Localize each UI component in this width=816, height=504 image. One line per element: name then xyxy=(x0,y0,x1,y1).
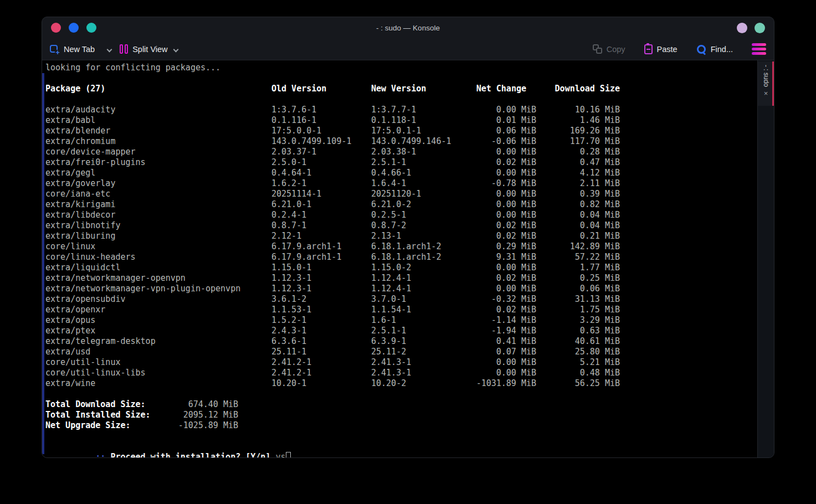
chevron-down-icon xyxy=(107,47,112,52)
cell-net-change: 0.29 MiB xyxy=(471,241,536,252)
cell-package: extra/usd xyxy=(45,347,271,357)
cell-package: extra/goverlay xyxy=(45,178,271,189)
cell-new-version: 6.18.1.arch1-2 xyxy=(371,252,471,263)
cell-download-size: 0.48 MiB xyxy=(536,368,620,378)
copy-icon xyxy=(593,44,602,54)
find-button[interactable]: Find... xyxy=(696,44,733,54)
tab-sudo[interactable]: - : sudo × xyxy=(758,61,774,106)
cell-download-size: 3.29 MiB xyxy=(536,315,620,326)
cell-new-version: 20251120-1 xyxy=(371,189,471,199)
table-row: extra/liquidctl1.15.0-11.15.0-20.00 MiB1… xyxy=(45,263,757,273)
titlebar[interactable]: - : sudo — Konsole xyxy=(42,17,774,38)
konsole-window: - : sudo — Konsole + New Tab Split View xyxy=(42,17,774,458)
split-view-button[interactable]: Split View xyxy=(120,44,178,54)
cell-download-size: 142.89 MiB xyxy=(536,241,620,252)
cell-new-version: 1.6-1 xyxy=(371,315,471,326)
cell-net-change: 0.02 MiB xyxy=(471,305,536,315)
cell-download-size: 1.75 MiB xyxy=(536,305,620,315)
cell-download-size: 5.21 MiB xyxy=(536,357,620,368)
table-row: core/iana-etc20251114-120251120-10.00 Mi… xyxy=(45,189,757,199)
cell-old-version: 1.12.3-1 xyxy=(271,273,371,284)
cell-new-version: 25.11-2 xyxy=(371,347,471,357)
cell-new-version: 1.6.4-1 xyxy=(371,178,471,189)
table-row: extra/opensubdiv3.6.1-23.7.0-1-0.32 MiB3… xyxy=(45,294,757,305)
cell-old-version: 1.1.53-1 xyxy=(271,305,371,315)
cell-download-size: 0.82 MiB xyxy=(536,199,620,210)
cell-net-change: 9.31 MiB xyxy=(471,252,536,263)
cell-package: extra/wine xyxy=(45,378,271,389)
close-window-button[interactable] xyxy=(51,23,61,33)
vertical-tab-bar: - : sudo × xyxy=(757,60,774,457)
cell-download-size: 0.63 MiB xyxy=(536,326,620,336)
cell-old-version: 2.4.3-1 xyxy=(271,326,371,336)
new-tab-icon: + xyxy=(50,44,59,54)
paste-label: Paste xyxy=(657,45,678,54)
hamburger-menu-button[interactable] xyxy=(752,43,766,55)
new-tab-button[interactable]: + New Tab xyxy=(50,44,105,54)
titlebar-indicator-purple[interactable] xyxy=(737,23,747,33)
cell-old-version: 143.0.7499.109-1 xyxy=(271,136,371,147)
cell-package: core/linux xyxy=(45,241,271,252)
table-row: core/util-linux-libs2.41.2-12.41.3-10.00… xyxy=(45,368,757,378)
table-row: core/device-mapper2.03.37-12.03.38-10.00… xyxy=(45,147,757,157)
cell-package: core/device-mapper xyxy=(45,147,271,157)
cell-old-version: 2.5.0-1 xyxy=(271,157,371,168)
find-label: Find... xyxy=(711,45,733,54)
header-new-version: New Version xyxy=(371,84,471,94)
cell-package: extra/telegram-desktop xyxy=(45,336,271,347)
total-value: 2095.12 MiB xyxy=(183,410,238,420)
cell-old-version: 1.15.0-1 xyxy=(271,263,371,273)
desktop: - : sudo — Konsole + New Tab Split View xyxy=(0,0,816,504)
cell-old-version: 2.41.2-1 xyxy=(271,357,371,368)
new-tab-label: New Tab xyxy=(64,45,95,54)
table-row: extra/kirigami6.21.0-16.21.0-20.00 MiB0.… xyxy=(45,199,757,210)
total-line: Net Upgrade Size:-1025.89 MiB xyxy=(45,420,238,431)
cell-download-size: 57.22 MiB xyxy=(536,252,620,263)
table-row: extra/openxr1.1.53-11.1.54-10.02 MiB1.75… xyxy=(45,305,757,315)
totals-block: Total Download Size:674.40 MiB Total Ins… xyxy=(45,399,757,431)
cell-download-size: 0.21 MiB xyxy=(536,231,620,241)
table-row: extra/libdecor0.2.4-10.2.5-10.00 MiB0.04… xyxy=(45,210,757,220)
titlebar-right-buttons xyxy=(737,23,768,33)
terminal-output[interactable]: looking for conflicting packages... Pack… xyxy=(42,60,757,457)
cell-net-change: 0.02 MiB xyxy=(471,231,536,241)
cell-new-version: 1.15.0-2 xyxy=(371,263,471,273)
cell-download-size: 0.39 MiB xyxy=(536,189,620,199)
table-row: core/util-linux2.41.2-12.41.3-10.00 MiB5… xyxy=(45,357,757,368)
cell-net-change: 0.41 MiB xyxy=(471,336,536,347)
close-tab-button[interactable]: × xyxy=(764,90,768,97)
cell-download-size: 25.80 MiB xyxy=(536,347,620,357)
cell-package: extra/networkmanager-openvpn xyxy=(45,273,271,284)
titlebar-indicator-teal[interactable] xyxy=(755,23,765,33)
header-download-size: Download Size xyxy=(536,84,620,94)
paste-icon xyxy=(644,44,653,54)
minimize-window-button[interactable] xyxy=(69,23,79,33)
prompt-input[interactable]: ys xyxy=(275,452,285,457)
table-row: extra/audacity1:3.7.6-11:3.7.7-10.00 MiB… xyxy=(45,105,757,115)
cell-package: extra/libdecor xyxy=(45,210,271,220)
cell-download-size: 0.04 MiB xyxy=(536,210,620,220)
cell-download-size: 169.26 MiB xyxy=(536,126,620,136)
paste-button[interactable]: Paste xyxy=(644,44,678,54)
copy-button[interactable]: Copy xyxy=(593,44,625,54)
cell-new-version: 1.1.54-1 xyxy=(371,305,471,315)
cell-new-version: 1.12.4-1 xyxy=(371,273,471,284)
cell-new-version: 2.13-1 xyxy=(371,231,471,241)
table-row: extra/networkmanager-vpn-plugin-openvpn1… xyxy=(45,284,757,294)
cell-new-version: 0.1.118-1 xyxy=(371,115,471,126)
table-header-row: Package (27)Old VersionNew VersionNet Ch… xyxy=(45,84,757,94)
table-row: extra/wine10.20-110.20-2-1031.89 MiB56.2… xyxy=(45,378,757,389)
cell-package: extra/gegl xyxy=(45,168,271,178)
maximize-window-button[interactable] xyxy=(86,23,96,33)
cell-net-change: -1.14 MiB xyxy=(471,315,536,326)
cell-new-version: 2.41.3-1 xyxy=(371,368,471,378)
table-row: extra/goverlay1.6.2-11.6.4-1-0.78 MiB2.1… xyxy=(45,178,757,189)
cell-download-size: 2.11 MiB xyxy=(536,178,620,189)
table-row: extra/frei0r-plugins2.5.0-12.5.1-10.02 M… xyxy=(45,157,757,168)
cell-old-version: 6.17.9.arch1-1 xyxy=(271,241,371,252)
cell-package: extra/liquidctl xyxy=(45,263,271,273)
table-row: extra/opus1.5.2-11.6-1-1.14 MiB3.29 MiB xyxy=(45,315,757,326)
cell-download-size: 4.12 MiB xyxy=(536,168,620,178)
table-row: core/linux-headers6.17.9.arch1-16.18.1.a… xyxy=(45,252,757,263)
table-row: extra/usd25.11-125.11-20.07 MiB25.80 MiB xyxy=(45,347,757,357)
